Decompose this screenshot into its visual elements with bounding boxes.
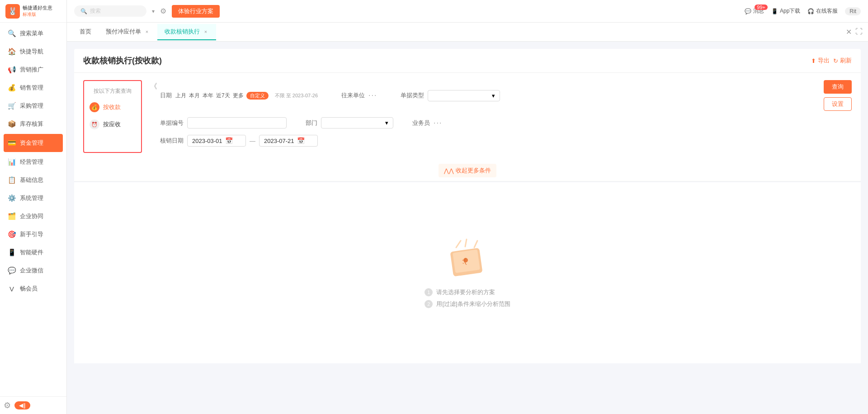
dept-select[interactable]: ▾ <box>321 117 393 128</box>
filter-settings-btn[interactable]: 设置 <box>824 97 852 111</box>
verify-date-start-input[interactable]: 2023-03-01 📅 <box>187 135 246 147</box>
filter-more-label: 收起更多条件 <box>456 167 491 175</box>
date-custom-tag[interactable]: 自定义 <box>246 92 269 100</box>
tab-prepay-label: 预付冲应付单 <box>106 28 141 36</box>
empty-state: :( 1 请先选择要分析的方案 2 用[过滤]条件来缩小分析范围 <box>74 182 861 363</box>
sidebar-item-enterprise[interactable]: 🗂️企业协同 <box>0 207 66 225</box>
salesperson-select[interactable]: ··· <box>434 119 442 127</box>
sidebar-item-vip[interactable]: V畅会员 <box>0 280 66 298</box>
search-icon: 🔍 <box>80 8 87 14</box>
filter-partner-group: 往来单位 ··· <box>341 91 377 100</box>
vip-icon: V <box>7 284 16 293</box>
filter-option-by-receivable[interactable]: ⏰ 按应收 <box>84 116 141 133</box>
filter-more-btn[interactable]: ⋀⋀ 收起更多条件 <box>439 164 496 177</box>
sidebar-item-wechat[interactable]: 💬企业微信 <box>0 262 66 280</box>
sidebar-item-quick-nav[interactable]: 🏠快捷导航 <box>0 43 66 61</box>
topbar-user[interactable]: Rit <box>845 7 861 15</box>
hint-text-1: 请先选择要分析的方案 <box>436 288 495 296</box>
tab-prepay[interactable]: 预付冲应付单 × <box>99 24 157 40</box>
sidebar-item-marketing[interactable]: 📢营销推广 <box>0 61 66 79</box>
tab-expand-icon[interactable]: ⛶ <box>855 28 863 36</box>
tab-receipt-verify-close[interactable]: × <box>203 29 209 35</box>
wechat-label: 企业微信 <box>20 266 43 275</box>
sidebar-item-guide[interactable]: 🎯新手引导 <box>0 225 66 243</box>
sidebar-collapse-btn[interactable]: ◀‖ <box>14 401 30 409</box>
query-btn[interactable]: 查询 <box>824 80 852 94</box>
export-btn[interactable]: ⬆ 导出 <box>811 57 830 65</box>
marketing-label: 营销推广 <box>20 66 43 74</box>
verify-date-end-input[interactable]: 2023-07-21 📅 <box>259 135 318 147</box>
verify-date-start-calendar-icon[interactable]: 📅 <box>225 137 233 144</box>
date-this-year[interactable]: 本年 <box>203 92 213 100</box>
date-7days[interactable]: 近7天 <box>216 92 230 100</box>
sidebar-item-search[interactable]: 🔍搜索菜单 <box>0 24 66 43</box>
wechat-icon: 💬 <box>7 266 16 275</box>
by-receivable-icon: ⏰ <box>90 119 99 129</box>
settings-icon[interactable]: ⚙ <box>4 400 11 410</box>
docno-input[interactable] <box>187 117 287 128</box>
date-last-month[interactable]: 上月 <box>175 92 186 100</box>
refresh-btn[interactable]: ↻ 刷新 <box>833 57 852 65</box>
tab-receipt-verify-label: 收款核销执行 <box>165 28 200 36</box>
finance-icon: 💳 <box>7 138 16 148</box>
topbar-search[interactable]: 🔍 搜索 <box>74 5 146 17</box>
search-icon: 🔍 <box>7 29 16 38</box>
partner-label: 往来单位 <box>341 91 365 100</box>
sidebar-item-system[interactable]: ⚙️系统管理 <box>0 189 66 207</box>
filter-verify-date-group: 核销日期 2023-03-01 📅 — 2023-07-21 📅 <box>160 135 318 147</box>
filter-collapse-icon[interactable]: 《 <box>147 80 160 153</box>
inventory-label: 库存核算 <box>20 120 43 128</box>
enterprise-label: 企业协同 <box>20 212 43 220</box>
vip-label: 畅会员 <box>20 285 38 293</box>
sidebar-item-smart-hw[interactable]: 📱智能硬件 <box>0 243 66 262</box>
system-icon: ⚙️ <box>7 194 16 203</box>
tab-close-all-icon[interactable]: ✕ <box>846 28 852 36</box>
quick-nav-icon: 🏠 <box>7 47 16 56</box>
hint-num-2: 2 <box>425 300 433 308</box>
sidebar-item-business[interactable]: 📊经营管理 <box>0 153 66 171</box>
date-more[interactable]: 更多 <box>233 92 244 100</box>
sidebar-item-finance[interactable]: 💳资金管理 <box>4 134 63 152</box>
tab-prepay-close[interactable]: × <box>144 29 150 35</box>
message-icon: 💬 <box>745 8 751 14</box>
tab-home[interactable]: 首页 <box>72 24 99 40</box>
inventory-icon: 📦 <box>7 119 16 128</box>
industry-btn[interactable]: 体验行业方案 <box>172 5 220 18</box>
tab-receipt-verify[interactable]: 收款核销执行 × <box>157 24 216 40</box>
filter-doctype-group: 单据类型 ▾ <box>401 90 500 101</box>
topbar-app-download[interactable]: 📱 App下载 <box>771 7 800 15</box>
finance-label: 资金管理 <box>20 139 43 147</box>
app-name: 畅捷通好生意 <box>23 5 52 11</box>
topbar-service[interactable]: 🎧 在线客服 <box>807 7 838 15</box>
filter-scheme-title: 按以下方案查询 <box>84 86 141 99</box>
page-title-actions: ⬆ 导出 ↻ 刷新 <box>811 57 852 65</box>
sidebar-item-basic-info[interactable]: 📋基础信息 <box>0 171 66 189</box>
svg-line-5 <box>465 239 467 247</box>
export-label: 导出 <box>818 57 830 65</box>
refresh-label: 刷新 <box>840 57 852 65</box>
search-placeholder: 搜索 <box>90 7 101 15</box>
filter-option-by-receipt[interactable]: 💰 按收款 <box>84 99 141 116</box>
sales-icon: 💰 <box>7 83 16 92</box>
basic-info-icon: 📋 <box>7 176 16 185</box>
topbar-gear-icon[interactable]: ⚙ <box>160 7 166 15</box>
sidebar-item-purchase[interactable]: 🛒采购管理 <box>0 97 66 115</box>
page-content: 收款核销执行(按收款) ⬆ 导出 ↻ 刷新 按以下方案查询 💰 按收款 <box>67 42 868 414</box>
topbar-dropdown-arrow[interactable]: ▾ <box>152 8 155 14</box>
date-this-month[interactable]: 本月 <box>189 92 200 100</box>
filter-fields: 日期 上月 本月 本年 近7天 更多 自定义 不限 至 2023-07-26 <box>160 80 852 153</box>
dept-label: 部门 <box>306 119 317 127</box>
user-name: Rit <box>849 8 856 14</box>
topbar-message[interactable]: 💬 消息 99+ <box>745 7 764 15</box>
filter-date-links: 上月 本月 本年 近7天 更多 自定义 <box>175 92 269 100</box>
verify-date-end-calendar-icon[interactable]: 📅 <box>297 137 305 144</box>
sidebar-item-inventory[interactable]: 📦库存核算 <box>0 115 66 133</box>
doctype-select[interactable]: ▾ <box>428 90 500 101</box>
system-label: 系统管理 <box>20 194 43 202</box>
purchase-icon: 🛒 <box>7 101 16 110</box>
filter-salesperson-group: 业务员 ··· <box>412 119 442 127</box>
logo-icon: 🐰 <box>5 4 20 19</box>
sidebar-item-sales[interactable]: 💰销售管理 <box>0 79 66 97</box>
partner-select[interactable]: ··· <box>368 91 377 100</box>
tab-home-label: 首页 <box>80 28 91 36</box>
